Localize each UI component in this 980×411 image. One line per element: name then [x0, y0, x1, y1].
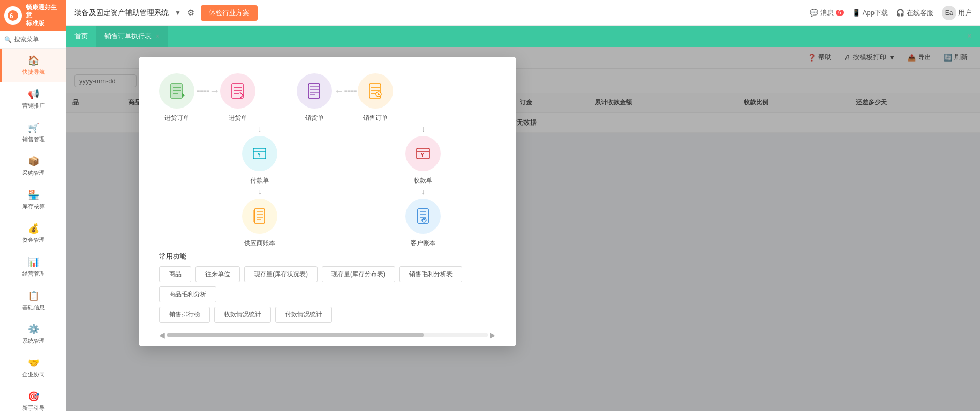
supplier-ledger-label: 供应商账本: [244, 239, 275, 248]
newbie-label: 新手引导: [22, 404, 45, 411]
online-service-label: 在线客服: [907, 8, 933, 18]
experience-button[interactable]: 体验行业方案: [201, 5, 258, 21]
finance-label: 资金管理: [22, 236, 45, 244]
customer-ledger-node[interactable]: 客户账本: [405, 199, 441, 248]
purchase-icon: 📦: [28, 156, 39, 167]
operations-label: 经营管理: [22, 270, 45, 278]
sidebar-item-system[interactable]: ⚙️ 系统管理: [0, 317, 66, 351]
customer-ledger-icon: [405, 199, 441, 234]
system-title: 装备及固定资产辅助管理系统: [74, 8, 169, 18]
payment-bill-node[interactable]: ¥ 付款单: [242, 136, 277, 185]
func-btn-goods-gross[interactable]: 商品毛利分析: [159, 286, 216, 302]
inventory-icon: 🏪: [28, 189, 39, 201]
tab-home[interactable]: 首页: [66, 26, 96, 47]
online-service-button[interactable]: 🎧 在线客服: [896, 8, 933, 18]
tab-bar: 首页 销售订单执行表 × ×: [66, 26, 980, 47]
settings-icon[interactable]: ⚙: [187, 8, 194, 18]
supplier-ledger-node[interactable]: 供应商账本: [242, 199, 277, 248]
sidebar-item-basic-info[interactable]: 📋 基础信息: [0, 284, 66, 317]
tab-bar-close-button[interactable]: ×: [959, 32, 980, 41]
func-buttons-row2: 销售排行榜 收款情况统计 付款情况统计: [159, 307, 495, 323]
marketing-label: 营销推广: [22, 102, 45, 110]
arrow-sales-order-to-bill: ← - - - -: [334, 85, 356, 97]
svg-marker-6: [182, 92, 185, 98]
inventory-label: 库存核算: [22, 203, 45, 210]
sidebar-item-quick-nav[interactable]: 🏠 快捷导航: [0, 49, 66, 82]
func-btn-stock-dist[interactable]: 现存量(库存分布表): [322, 266, 395, 282]
sales-order-icon: [358, 73, 393, 109]
svg-text:¥: ¥: [258, 152, 261, 158]
svg-rect-11: [308, 84, 320, 98]
tab-close-icon[interactable]: ×: [156, 33, 159, 40]
purchase-order-label: 进货订单: [164, 114, 189, 123]
chevron-down-icon: ▼: [175, 9, 181, 17]
scroll-left-button[interactable]: ◀: [159, 331, 165, 339]
tab-home-label: 首页: [74, 32, 88, 41]
customer-ledger-label: 客户账本: [411, 239, 435, 248]
search-menu[interactable]: 🔍 搜索菜单: [0, 31, 66, 49]
sidebar-item-operations[interactable]: 📊 经营管理: [0, 250, 66, 284]
func-btn-goods[interactable]: 商品: [159, 266, 191, 282]
svg-rect-34: [253, 210, 255, 222]
sidebar-item-enterprise[interactable]: 🤝 企业协同: [0, 351, 66, 385]
func-btn-stock-status[interactable]: 现存量(库存状况表): [244, 266, 318, 282]
search-icon: 🔍: [4, 36, 12, 43]
sales-order-node[interactable]: 销售订单: [358, 73, 393, 123]
dialog-scrollbar: ◀ ▶: [159, 331, 495, 339]
app-name: 畅康通好生意 标准版: [26, 4, 62, 28]
func-btn-payment-stats[interactable]: 付款情况统计: [275, 307, 332, 323]
purchase-order-icon: [159, 73, 194, 109]
purchase-bill-label: 进货单: [229, 114, 247, 123]
sidebar-item-newbie[interactable]: 🎯 新手引导: [0, 385, 66, 411]
quick-nav-label: 快捷导航: [22, 68, 45, 76]
payment-bill-label: 付款单: [250, 176, 269, 185]
newbie-icon: 🎯: [28, 391, 39, 402]
svg-text:6: 6: [10, 12, 13, 20]
purchase-order-node[interactable]: 进货订单: [159, 73, 194, 123]
messages-button[interactable]: 💬 消息 6: [810, 8, 844, 18]
system-dropdown[interactable]: ▼: [175, 9, 181, 17]
sales-bill-label: 销货单: [305, 114, 324, 123]
sidebar-item-purchase[interactable]: 📦 采购管理: [0, 149, 66, 183]
sidebar-item-finance[interactable]: 💰 资金管理: [0, 217, 66, 250]
arrow-down-receipt: ↓: [405, 187, 441, 196]
receipt-bill-node[interactable]: ¥ 收款单: [405, 136, 441, 185]
sidebar-item-inventory[interactable]: 🏪 库存核算: [0, 183, 66, 217]
messages-label: 消息: [820, 8, 834, 18]
sidebar-logo: 6 畅康通好生意 标准版: [0, 0, 66, 31]
arrow-down-purchase-bill: ↓: [242, 125, 277, 134]
purchase-bill-node[interactable]: 进货单: [220, 73, 255, 123]
tab-sales-order-exec[interactable]: 销售订单执行表 ×: [96, 26, 168, 47]
func-btn-sales-rank[interactable]: 销售排行榜: [159, 307, 210, 323]
func-btn-sales-gross[interactable]: 销售毛利分析表: [399, 266, 462, 282]
sales-bill-node[interactable]: 销货单: [297, 73, 332, 123]
sidebar-item-marketing[interactable]: 📢 营销推广: [0, 82, 66, 116]
purchase-bill-icon: [220, 73, 255, 109]
receipt-bill-label: 收款单: [414, 176, 432, 185]
user-button[interactable]: Ea 用户: [942, 6, 972, 20]
content-area: ❓ 帮助 🖨 按模板打印 ▼ 📤 导出 🔄 刷新: [66, 47, 980, 411]
scroll-track[interactable]: [167, 333, 488, 337]
scroll-right-button[interactable]: ▶: [490, 331, 495, 339]
top-bar-right: 💬 消息 6 📱 App下载 🎧 在线客服 Ea 用户: [810, 6, 972, 20]
app-download-button[interactable]: 📱 App下载: [852, 8, 888, 18]
sales-bill-icon: [297, 73, 332, 109]
message-icon: 💬: [810, 9, 818, 17]
basic-info-icon: 📋: [28, 290, 39, 301]
flow-dialog-overlay[interactable]: 进货订单 - - - - →: [66, 47, 980, 411]
main-content: 装备及固定资产辅助管理系统 ▼ ⚙ 体验行业方案 💬 消息 6 📱 App下载 …: [66, 0, 980, 411]
func-btn-contacts[interactable]: 往来单位: [195, 266, 240, 282]
system-label: 系统管理: [22, 337, 45, 345]
download-icon: 📱: [852, 9, 861, 17]
basic-info-label: 基础信息: [22, 303, 45, 311]
search-menu-label: 搜索菜单: [14, 35, 39, 44]
operations-icon: 📊: [28, 256, 39, 268]
enterprise-label: 企业协同: [22, 371, 45, 378]
sidebar-item-sales[interactable]: 🛒 销售管理: [0, 116, 66, 149]
svg-rect-2: [171, 84, 182, 98]
sidebar-nav: 🏠 快捷导航 📢 营销推广 🛒 销售管理 📦 采购管理 🏪 库存核算 💰: [0, 49, 66, 411]
scroll-thumb[interactable]: [167, 333, 424, 337]
func-btn-receipt-stats[interactable]: 收款情况统计: [214, 307, 271, 323]
sales-label: 销售管理: [22, 135, 45, 143]
supplier-ledger-icon: [242, 199, 277, 234]
